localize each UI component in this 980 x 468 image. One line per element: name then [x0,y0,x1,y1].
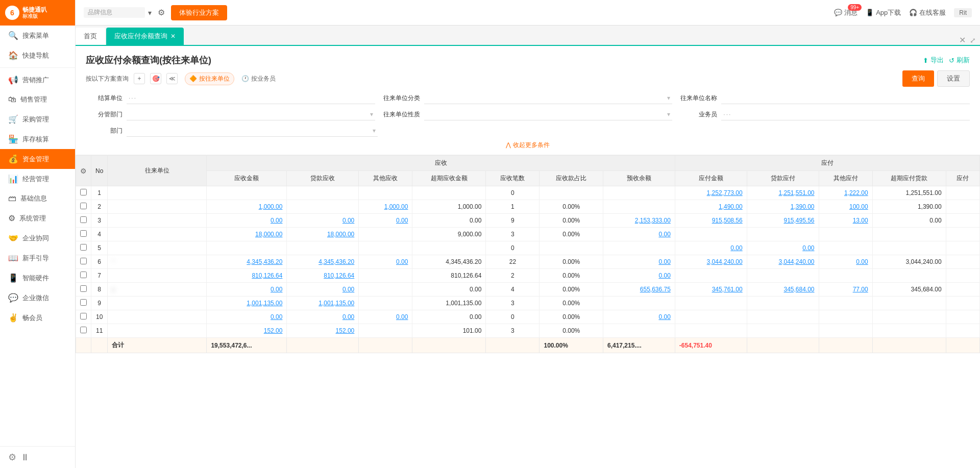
collapse-schema-btn[interactable]: ≪ [166,73,178,84]
export-btn[interactable]: ⬆ 导出 [923,56,944,65]
cell-link[interactable]: 4,345,436.20 [318,258,354,265]
partner-nature-input[interactable]: ▾ [424,108,673,120]
sidebar-item-inventory[interactable]: 🏪 库存核算 [0,129,75,149]
row-checkbox[interactable] [76,297,91,310]
schema-by-salesperson[interactable]: 🕐 按业务员 [237,72,280,85]
query-btn[interactable]: 查询 [902,70,934,87]
cell-link[interactable]: 345,761.00 [712,286,743,293]
col-settings[interactable]: ⚙ [76,156,91,186]
add-schema-btn[interactable]: + [134,73,145,84]
settings-footer-icon[interactable]: ⚙ [8,452,16,463]
sidebar-item-system[interactable]: ⚙ 系统管理 [0,208,75,228]
solution-btn[interactable]: 体验行业方案 [171,5,227,20]
cell-link[interactable]: 0.00 [396,217,408,224]
cell-link[interactable]: 2,153,333.00 [635,217,671,224]
cell-link[interactable]: 0.00 [396,313,408,321]
window-expand-icon[interactable]: ⤢ [970,36,976,44]
cell-link[interactable]: 0.00 [802,244,814,252]
cell-link[interactable]: 1,251,551.00 [778,189,814,196]
cell-link[interactable]: 1,222.00 [844,189,868,196]
col-gear-icon[interactable]: ⚙ [80,167,87,175]
sidebar-item-marketing[interactable]: 📢 营销推广 [0,70,75,90]
sidebar-item-operation[interactable]: 📊 经营管理 [0,169,75,189]
dept-input[interactable]: ▾ [127,125,378,137]
dropdown-icon[interactable]: ▾ [148,9,152,17]
sidebar-item-search[interactable]: 🔍 搜索菜单 [0,26,75,45]
row-checkbox[interactable] [76,241,91,255]
row-checkbox[interactable] [76,200,91,214]
partner-category-input[interactable]: ▾ [424,92,673,104]
dept-mgr-input[interactable]: ▾ [127,108,375,120]
cell-link[interactable]: 1,001,135.00 [318,300,354,307]
target-schema-btn[interactable]: 🎯 [150,73,161,84]
row-checkbox[interactable] [76,186,91,200]
user-name[interactable]: Rit [954,8,972,17]
brand-selector[interactable]: 品牌信息 [84,7,145,18]
cell-link[interactable]: 0.00 [658,272,670,279]
row-checkbox[interactable] [76,228,91,241]
cell-link[interactable]: 0.00 [396,258,408,265]
cell-link[interactable]: 0.00 [342,286,354,293]
refresh-btn[interactable]: ↺ 刷新 [949,56,970,65]
cell-link[interactable]: 1,000.00 [384,203,408,210]
tab-ar-ap-query[interactable]: 应收应付余额查询 ✕ [106,28,184,45]
cell-link[interactable]: 345,684.00 [783,286,814,293]
cell-link[interactable]: 1,000.00 [259,203,283,210]
cell-link[interactable]: 0.00 [856,258,868,265]
cell-link[interactable]: 3,044,240.00 [778,258,814,265]
sidebar-item-hardware[interactable]: 📱 智能硬件 [0,268,75,288]
sidebar-item-purchase[interactable]: 🛒 采购管理 [0,109,75,129]
cell-link[interactable]: 1,390.00 [791,203,815,210]
cell-link[interactable]: 0.00 [658,258,670,265]
salesperson-input[interactable]: ··· [721,108,970,120]
notifications-btn[interactable]: 💬 消息 99+ [834,8,857,17]
row-checkbox[interactable] [76,310,91,324]
tab-home[interactable]: 首页 [76,28,105,45]
partner-name-input[interactable] [721,92,970,104]
app-download-btn[interactable]: 📱 App下载 [866,8,901,17]
sidebar-item-member[interactable]: ✌ 畅会员 [0,308,75,328]
cell-link[interactable]: 1,252,773.00 [707,189,743,196]
cell-link[interactable]: 0.00 [730,244,742,252]
collapse-footer-icon[interactable]: ⏸ [20,452,30,463]
cell-link[interactable]: 0.00 [271,286,282,293]
row-checkbox[interactable] [76,324,91,338]
settlement-unit-input[interactable]: ··· [127,92,375,104]
collapse-more-btn[interactable]: ⋀ 收起更多条件 [86,139,970,153]
sidebar-item-sales[interactable]: 🛍 销售管理 [0,90,75,109]
cell-link[interactable]: 1,001,135.00 [247,300,282,307]
window-close-icon[interactable]: ✕ [959,35,966,45]
sidebar-item-wechat[interactable]: 💬 企业微信 [0,288,75,308]
sidebar-item-collab[interactable]: 🤝 企业协同 [0,228,75,248]
sidebar-item-quicknav[interactable]: 🏠 快捷导航 [0,45,75,65]
cell-link[interactable]: 152.00 [336,327,355,334]
sidebar-item-base[interactable]: 🗃 基础信息 [0,189,75,208]
cell-link[interactable]: 0.00 [271,313,282,321]
sidebar-item-guide[interactable]: 📖 新手引导 [0,248,75,268]
cell-link[interactable]: 0.00 [342,217,354,224]
row-checkbox[interactable] [76,214,91,228]
cell-link[interactable]: 18,000.00 [327,231,354,238]
topbar-gear-icon[interactable]: ⚙ [158,8,165,17]
row-checkbox[interactable] [76,255,91,269]
cell-link[interactable]: 0.00 [658,231,670,238]
row-checkbox[interactable] [76,269,91,283]
cell-link[interactable]: 0.00 [342,313,354,321]
online-service-btn[interactable]: 🎧 在线客服 [909,8,946,17]
cell-link[interactable]: 810,126.64 [252,272,282,279]
cell-link[interactable]: 77.00 [853,286,868,293]
cell-link[interactable]: 100.00 [849,203,868,210]
cell-link[interactable]: 18,000.00 [255,231,282,238]
row-checkbox[interactable] [76,283,91,297]
cell-link[interactable]: 810,126.64 [324,272,354,279]
cell-link[interactable]: 915,495.56 [783,217,814,224]
cell-link[interactable]: 655,636.75 [640,286,671,293]
cell-link[interactable]: 13.00 [853,217,868,224]
tab-close-icon[interactable]: ✕ [170,33,176,40]
cell-link[interactable]: 1,490.00 [719,203,743,210]
sidebar-item-capital[interactable]: 💰 资金管理 [0,149,75,169]
cell-link[interactable]: 915,508.56 [712,217,743,224]
schema-by-partner[interactable]: 🔶 按往来单位 [185,72,234,85]
cell-link[interactable]: 0.00 [271,217,282,224]
cell-link[interactable]: 3,044,240.00 [707,258,743,265]
